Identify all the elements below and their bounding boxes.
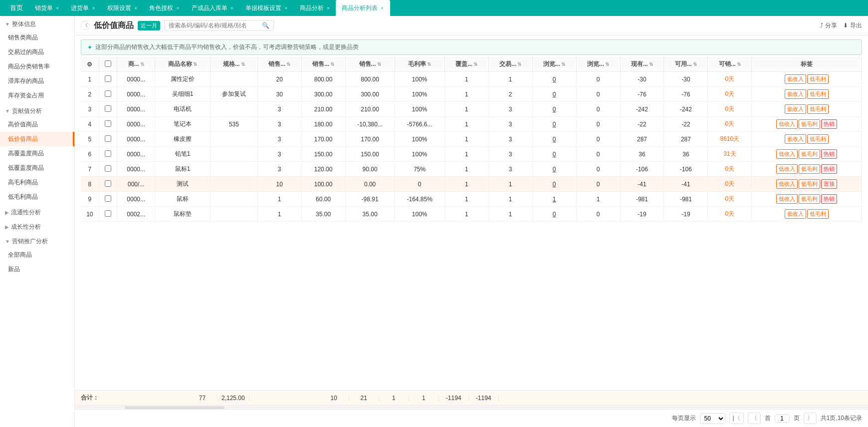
nav-goods-analysis-list[interactable]: 商品分析列表 × bbox=[336, 0, 390, 16]
nav-roles-close[interactable]: × bbox=[176, 5, 179, 11]
row-checkbox[interactable] bbox=[99, 72, 117, 87]
col-saleable[interactable]: 可销...⇅ bbox=[708, 57, 752, 72]
export-button[interactable]: ⬇ 导出 bbox=[843, 21, 862, 30]
col-code[interactable]: 商...⇅ bbox=[117, 57, 155, 72]
nav-template[interactable]: 单据模板设置 × bbox=[239, 0, 293, 16]
browse1-value[interactable]: 0 bbox=[553, 181, 556, 188]
nav-goods-list-close[interactable]: × bbox=[381, 5, 384, 11]
nav-purchase[interactable]: 进货单 × bbox=[65, 0, 101, 16]
row-select-checkbox[interactable] bbox=[105, 75, 111, 82]
row-checkbox[interactable] bbox=[99, 147, 117, 162]
row-browse1[interactable]: 0 bbox=[532, 117, 576, 132]
nav-permissions[interactable]: 权限设置 × bbox=[101, 0, 143, 16]
col-setting[interactable]: ⚙ bbox=[81, 57, 99, 72]
table-container[interactable]: ⚙ 商...⇅ 商品名称⇅ 规格...⇅ 销售...⇅ 销售...⇅ 销售...… bbox=[81, 57, 862, 390]
sidebar-group-growth[interactable]: ▶ 成长性分析 bbox=[0, 219, 74, 233]
sidebar-item-stale-goods[interactable]: 滞库存的商品 bbox=[0, 74, 74, 88]
row-checkbox[interactable] bbox=[99, 87, 117, 102]
sidebar-item-low-coverage[interactable]: 低覆盖度商品 bbox=[0, 161, 74, 175]
sidebar-group-marketing[interactable]: ▼ 营销推广分析 bbox=[0, 233, 74, 248]
sidebar-item-low-margin[interactable]: 低毛利商品 bbox=[0, 190, 74, 204]
col-browse1[interactable]: 浏览...⇅ bbox=[532, 57, 576, 72]
browse1-value[interactable]: 0 bbox=[553, 121, 556, 128]
browse1-value[interactable]: 0 bbox=[553, 211, 556, 218]
nav-sales-close[interactable]: × bbox=[56, 5, 59, 11]
sidebar-item-high-coverage[interactable]: 高覆盖度商品 bbox=[0, 146, 74, 161]
row-checkbox[interactable] bbox=[99, 207, 117, 222]
row-select-checkbox[interactable] bbox=[105, 105, 111, 112]
browse1-value[interactable]: 0 bbox=[553, 151, 556, 158]
page-size-select[interactable]: 50 100 200 bbox=[700, 413, 725, 424]
nav-inbound-close[interactable]: × bbox=[230, 5, 233, 11]
browse1-value[interactable]: 0 bbox=[553, 166, 556, 173]
sidebar-collapse-btn[interactable]: 《 bbox=[81, 21, 90, 30]
search-icon[interactable]: 🔍 bbox=[262, 22, 269, 29]
row-select-checkbox[interactable] bbox=[105, 195, 111, 202]
nav-home[interactable]: 首页 bbox=[4, 0, 29, 16]
search-box[interactable]: 🔍 bbox=[164, 20, 274, 31]
sidebar-item-low-value[interactable]: 低价值商品 bbox=[0, 132, 74, 146]
row-checkbox[interactable] bbox=[99, 162, 117, 177]
sidebar-group-overall[interactable]: ▼ 整体信息 bbox=[0, 16, 74, 30]
row-checkbox[interactable] bbox=[99, 192, 117, 207]
browse1-value[interactable]: 0 bbox=[553, 136, 556, 143]
share-button[interactable]: ⤴ 分享 bbox=[820, 21, 837, 30]
sidebar-item-inventory-capital[interactable]: 库存资金占用 bbox=[0, 88, 74, 103]
next-page-btn[interactable]: 〉 bbox=[804, 413, 817, 424]
row-select-checkbox[interactable] bbox=[105, 210, 111, 217]
col-browse2[interactable]: 浏览...⇅ bbox=[576, 57, 620, 72]
sidebar-item-high-value[interactable]: 高价值商品 bbox=[0, 117, 74, 132]
nav-purchase-close[interactable]: × bbox=[92, 5, 95, 11]
nav-template-close[interactable]: × bbox=[284, 5, 287, 11]
page-input[interactable] bbox=[775, 415, 790, 423]
row-browse1[interactable]: 0 bbox=[532, 207, 576, 222]
col-gross[interactable]: 毛利率⇅ bbox=[395, 57, 444, 72]
row-browse1[interactable]: 0 bbox=[532, 72, 576, 87]
browse1-value[interactable]: 0 bbox=[553, 76, 556, 83]
nav-goods-analysis-close[interactable]: × bbox=[327, 5, 330, 11]
row-select-checkbox[interactable] bbox=[105, 135, 111, 142]
row-browse1[interactable]: 0 bbox=[532, 177, 576, 192]
col-coverage[interactable]: 覆盖...⇅ bbox=[444, 57, 488, 72]
row-browse1[interactable]: 0 bbox=[532, 132, 576, 147]
sidebar-item-category-rate[interactable]: 商品分类销售率 bbox=[0, 59, 74, 74]
sidebar-item-new-goods[interactable]: 新品 bbox=[0, 262, 74, 277]
browse1-value[interactable]: 0 bbox=[553, 106, 556, 113]
row-select-checkbox[interactable] bbox=[105, 120, 111, 127]
col-qty[interactable]: 销售...⇅ bbox=[257, 57, 301, 72]
row-select-checkbox[interactable] bbox=[105, 90, 111, 97]
row-browse1[interactable]: 0 bbox=[532, 87, 576, 102]
prev-page-btn[interactable]: 〈 bbox=[748, 413, 761, 424]
recent-tag[interactable]: 近一月 bbox=[138, 21, 160, 30]
row-browse1[interactable]: 0 bbox=[532, 147, 576, 162]
first-page-btn[interactable]: |〈 bbox=[729, 413, 744, 424]
browse1-value[interactable]: 1 bbox=[553, 196, 556, 203]
nav-inbound[interactable]: 产成品入库单 × bbox=[186, 0, 239, 16]
sidebar-item-traded-goods[interactable]: 交易过的商品 bbox=[0, 45, 74, 59]
browse1-value[interactable]: 0 bbox=[553, 91, 556, 98]
horizontal-scrollbar[interactable] bbox=[75, 405, 868, 409]
row-checkbox[interactable] bbox=[99, 177, 117, 192]
row-select-checkbox[interactable] bbox=[105, 150, 111, 157]
search-input[interactable] bbox=[169, 22, 260, 29]
sidebar-item-high-margin[interactable]: 高毛利商品 bbox=[0, 175, 74, 190]
row-checkbox[interactable] bbox=[99, 117, 117, 132]
col-sale2[interactable]: 销售...⇅ bbox=[345, 57, 395, 72]
row-checkbox[interactable] bbox=[99, 132, 117, 147]
col-stock[interactable]: 现有...⇅ bbox=[620, 57, 664, 72]
nav-sales[interactable]: 销货单 × bbox=[29, 0, 65, 16]
col-checkbox[interactable] bbox=[99, 57, 117, 72]
row-browse1[interactable]: 0 bbox=[532, 162, 576, 177]
row-browse1[interactable]: 0 bbox=[532, 102, 576, 117]
nav-permissions-close[interactable]: × bbox=[134, 5, 137, 11]
col-name[interactable]: 商品名称⇅ bbox=[155, 57, 211, 72]
sidebar-item-sales-goods[interactable]: 销售类商品 bbox=[0, 30, 74, 45]
nav-goods-analysis[interactable]: 商品分析 × bbox=[294, 0, 336, 16]
sidebar-item-all-goods[interactable]: 全部商品 bbox=[0, 248, 74, 262]
row-browse1[interactable]: 1 bbox=[532, 192, 576, 207]
sidebar-group-circulation[interactable]: ▶ 流通性分析 bbox=[0, 204, 74, 219]
col-spec[interactable]: 规格...⇅ bbox=[211, 57, 258, 72]
col-available[interactable]: 可用...⇅ bbox=[664, 57, 708, 72]
select-all-checkbox[interactable] bbox=[105, 60, 111, 67]
row-select-checkbox[interactable] bbox=[105, 165, 111, 172]
